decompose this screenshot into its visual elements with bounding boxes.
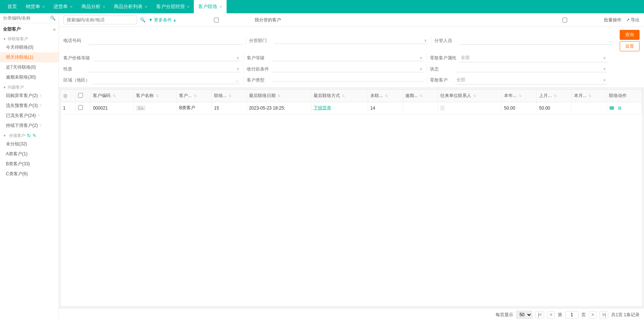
qr-icon[interactable]: ⊞ (618, 106, 622, 111)
sidebar-search-input[interactable] (3, 15, 49, 21)
customer-type-select[interactable] (272, 79, 424, 82)
batch-checkbox[interactable] (528, 18, 602, 23)
status-select[interactable]: ∨ (455, 66, 607, 72)
th-last-method[interactable]: 最后联络方式 ⇅ (311, 90, 368, 102)
nav-sales-order[interactable]: 销货单 × (21, 0, 49, 13)
th-code[interactable]: 客户编码 ⇅ (91, 90, 134, 102)
nav-customer-contact[interactable]: 客户联络 × (194, 0, 226, 13)
region-select[interactable]: ... (93, 76, 241, 84)
nature-select[interactable]: ∨ (88, 66, 241, 72)
table-footer: 每页显示 50 |< < 第 页 > >| 共1页 1条记录 (59, 308, 644, 321)
price-level-select[interactable]: ∨ (93, 55, 241, 61)
th-overdue[interactable]: 逾期... ⇅ (403, 90, 438, 102)
dept-select[interactable]: ∨ (274, 37, 428, 44)
more-filter-button[interactable]: ▼ 更多条件 ▲ (148, 17, 176, 23)
sidebar-item-7days[interactable]: 近7天待联络(0) (0, 62, 59, 72)
set-button[interactable]: 设置 (620, 41, 640, 51)
nav-customer-segment[interactable]: 客户分层经营 × (152, 0, 194, 13)
filter-phone: 电话号码 (63, 37, 243, 45)
nav-home[interactable]: 首页 (3, 0, 21, 13)
sort-icon: ⇅ (554, 94, 557, 98)
th-type[interactable]: 客户... ⇅ (177, 90, 212, 102)
sort-icon: ⇅ (228, 94, 231, 98)
filter-row-2: 客户价格等级 ∨ 客户等级 ∨ 零散客户属性 (63, 54, 640, 62)
search-button[interactable]: 🔍 (140, 17, 146, 23)
sidebar-all-customers[interactable]: 全部客户 « (0, 23, 59, 34)
nav-product-analysis[interactable]: 商品分析 × (77, 0, 109, 13)
export-button[interactable]: ↗ 导出 (626, 17, 640, 23)
cell-checkbox (76, 102, 91, 114)
my-customers-checkbox-label[interactable]: 我分管的客户 (179, 17, 281, 23)
edit-icon[interactable]: ✎ (32, 133, 36, 138)
sort-icon: ⇅ (277, 94, 280, 98)
sort-icon: ⇅ (385, 94, 388, 98)
close-icon[interactable]: × (103, 4, 105, 9)
close-icon[interactable]: × (145, 4, 147, 9)
sidebar-item-class-b[interactable]: B类客户(33) (0, 159, 59, 169)
th-this-year[interactable]: 本年... ⇅ (502, 90, 537, 102)
collapse-icon[interactable]: « (53, 27, 56, 32)
contact-icon[interactable]: ☎ (609, 106, 615, 111)
nav-product-analysis-list[interactable]: 商品分析列表 × (109, 0, 151, 13)
last-page-button[interactable]: >| (599, 311, 608, 318)
query-button[interactable]: 查询 (620, 30, 640, 40)
close-icon[interactable]: × (70, 4, 72, 9)
th-unit-contact[interactable]: 往来单位联系人 ⇅ (438, 90, 501, 102)
per-page-select[interactable]: 50 (516, 311, 532, 319)
filter-action-buttons: 查询 设置 (620, 30, 640, 51)
close-icon[interactable]: × (220, 4, 222, 9)
ellipsis-icon[interactable]: ... (235, 77, 239, 83)
th-name[interactable]: 客户名称 ⇅ (134, 90, 177, 102)
sidebar-item-today[interactable]: 今天待联络(0) (0, 42, 59, 52)
sidebar-item-overdue-contact[interactable]: 逾期未联络(30) (0, 72, 59, 82)
payment-select[interactable]: ∨ (272, 66, 424, 72)
sidebar-item-tomorrow[interactable]: 明天待联络(1) (0, 52, 59, 62)
retail-customer-select[interactable]: 全部 ∨ (455, 76, 607, 84)
cell-code: 000021 (91, 102, 134, 114)
sidebar-item-class-a[interactable]: A类客户(1) (0, 149, 59, 159)
customer-level-select[interactable]: ∨ (272, 55, 424, 61)
batch-op-button[interactable]: 批量操作 (528, 17, 622, 23)
sidebar-item-class-c[interactable]: C类客户(6) (0, 169, 59, 179)
row-checkbox[interactable] (78, 105, 83, 110)
close-icon[interactable]: × (187, 4, 189, 9)
ellipsis-icon[interactable]: ... (609, 38, 612, 43)
gear-icon[interactable]: ⚙ (63, 93, 68, 99)
cell-no-contact: 14 (368, 102, 403, 114)
caret-down-icon: ∨ (237, 67, 239, 71)
sidebar-search-icon[interactable]: 🔍 (50, 15, 56, 21)
close-icon[interactable]: × (42, 4, 45, 9)
help-icon: ? (39, 94, 42, 98)
prev-page-button[interactable]: < (547, 311, 555, 318)
my-customers-checkbox[interactable] (179, 18, 253, 23)
th-index: ⚙ (61, 90, 76, 102)
retail-attr-select[interactable]: 全部 ∨ (459, 54, 607, 62)
sidebar-item-abnormal-repurchase[interactable]: 回购异常客户(2) ? (0, 91, 59, 101)
th-this-month[interactable]: 本月... ⇅ (572, 90, 607, 102)
th-action: 联络动作 (606, 90, 642, 102)
first-page-button[interactable]: |< (535, 311, 544, 318)
next-page-button[interactable]: > (589, 311, 596, 318)
refresh-icon[interactable]: ↻ (27, 133, 31, 138)
filter-customer-type: 客户类型 (247, 77, 424, 83)
table-row: 1 000021 Ea B类客户 15 2023-05-23 18:25: 下销… (61, 102, 642, 114)
sidebar-item-churn-warning[interactable]: 流失预警客户(3) ? (0, 101, 59, 111)
nav-purchase-order[interactable]: 进货单 × (49, 0, 77, 13)
select-all-checkbox[interactable] (78, 93, 83, 98)
person-select[interactable]: ... (459, 37, 614, 45)
sidebar-item-declining[interactable]: 持续下滑客户(2) ? (0, 121, 59, 131)
sidebar-section-pending: 待联络客户 (0, 34, 59, 42)
th-contact[interactable]: 联络... ⇅ (212, 90, 247, 102)
divider (246, 36, 246, 45)
last-method-link[interactable]: 下销货单 (314, 105, 331, 110)
page-input[interactable] (565, 311, 578, 318)
sidebar-item-ungrouped[interactable]: 未分组(32) (0, 139, 59, 149)
caret-down-icon: ∨ (603, 78, 606, 82)
phone-input[interactable] (88, 37, 243, 45)
main-layout: 🔍 全部客户 « 待联络客户 今天待联络(0) 明天待联络(1) 近7天待联络(… (0, 13, 644, 321)
th-no-contact[interactable]: 未联... ⇅ (368, 90, 403, 102)
th-last-month[interactable]: 上月... ⇅ (537, 90, 572, 102)
th-last-date[interactable]: 最后联络日期 ⇅ (246, 90, 311, 102)
search-input[interactable] (63, 15, 137, 24)
sidebar-item-churned[interactable]: 已流失客户(24) ? (0, 111, 59, 121)
